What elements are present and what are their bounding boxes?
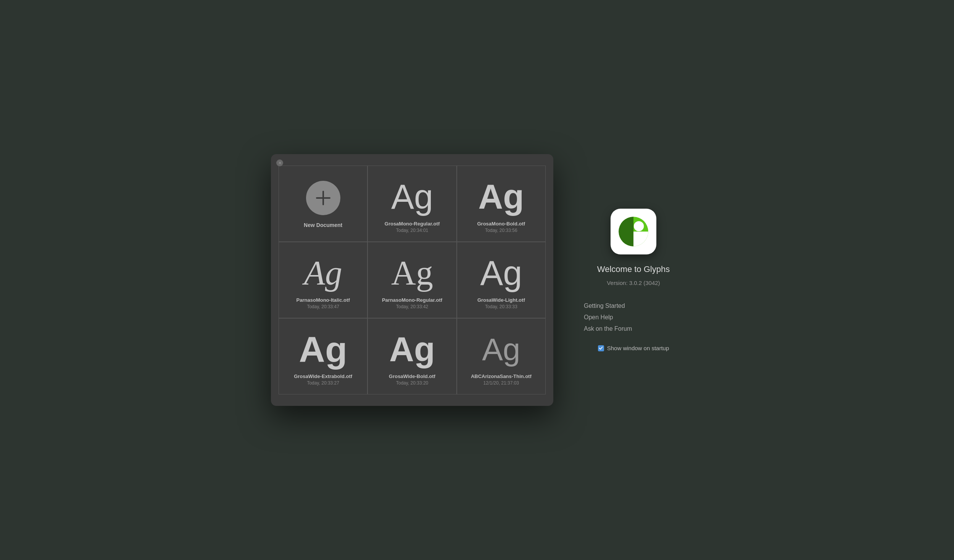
welcome-title: Welcome to Glyphs <box>597 264 670 274</box>
font-preview: Ag <box>283 328 363 370</box>
open-help-link[interactable]: Open Help <box>584 313 683 322</box>
file-date: Today, 20:33:47 <box>307 304 339 309</box>
file-date: Today, 20:33:42 <box>396 304 429 309</box>
file-date: Today, 20:33:20 <box>396 380 429 386</box>
close-icon: ✕ <box>278 161 282 165</box>
file-name: ParnasoMono-Regular.otf <box>382 297 442 303</box>
file-date: 12/1/20, 21:37:03 <box>483 380 519 386</box>
file-date: Today, 20:34:01 <box>396 228 429 233</box>
font-preview: Ag <box>372 328 452 370</box>
file-cell-grosa-mono-bold[interactable]: Ag GrosaMono-Bold.otf Today, 20:33:56 <box>457 166 546 242</box>
info-panel: Welcome to Glyphs Version: 3.0.2 (3042) … <box>584 209 683 351</box>
font-preview: Ag <box>372 252 452 294</box>
file-cell-abc-arizona-thin[interactable]: Ag ABCArizonaSans-Thin.otf 12/1/20, 21:3… <box>457 318 546 394</box>
new-document-label: New Document <box>304 222 342 228</box>
file-cell-grosa-mono-regular[interactable]: Ag GrosaMono-Regular.otf Today, 20:34:01 <box>367 166 456 242</box>
font-preview: Ag <box>461 176 541 218</box>
ask-forum-link[interactable]: Ask on the Forum <box>584 324 683 333</box>
version-text: Version: 3.0.2 (3042) <box>607 280 660 286</box>
show-window-checkbox[interactable] <box>598 345 604 351</box>
font-preview: Ag <box>461 252 541 294</box>
svg-point-8 <box>634 221 644 231</box>
file-cell-parnaso-regular[interactable]: Ag ParnasoMono-Regular.otf Today, 20:33:… <box>367 242 456 318</box>
file-cell-grosa-wide-light[interactable]: Ag GrosaWide-Light.otf Today, 20:33:33 <box>457 242 546 318</box>
file-name: ABCArizonaSans-Thin.otf <box>471 373 532 379</box>
file-name: ParnasoMono-Italic.otf <box>297 297 350 303</box>
file-cell-grosa-wide-bold[interactable]: Ag GrosaWide-Bold.otf Today, 20:33:20 <box>367 318 456 394</box>
new-document-cell[interactable]: New Document <box>279 166 367 242</box>
show-window-checkbox-row[interactable]: Show window on startup <box>598 345 669 351</box>
file-name: GrosaWide-Light.otf <box>477 297 525 303</box>
file-cell-grosa-wide-extrabold[interactable]: Ag GrosaWide-Extrabold.otf Today, 20:33:… <box>279 318 367 394</box>
new-document-icon <box>306 181 340 215</box>
file-name: GrosaMono-Regular.otf <box>385 221 440 227</box>
file-date: Today, 20:33:27 <box>307 380 339 386</box>
welcome-dialog: ✕ New Document Ag GrosaMono-Regular.otf <box>271 154 553 406</box>
desktop: ✕ New Document Ag GrosaMono-Regular.otf <box>0 0 954 560</box>
file-date: Today, 20:33:56 <box>485 228 517 233</box>
file-name: GrosaMono-Bold.otf <box>477 221 525 227</box>
file-name: GrosaWide-Bold.otf <box>389 373 435 379</box>
file-cell-parnaso-italic[interactable]: Ag ParnasoMono-Italic.otf Today, 20:33:4… <box>279 242 367 318</box>
file-date: Today, 20:33:33 <box>485 304 517 309</box>
plus-icon <box>314 188 333 208</box>
close-button[interactable]: ✕ <box>276 159 283 166</box>
font-preview: Ag <box>283 252 363 294</box>
app-icon-glyphs <box>611 209 656 254</box>
file-name: GrosaWide-Extrabold.otf <box>294 373 352 379</box>
checkmark-icon <box>599 346 603 350</box>
links-section: Getting Started Open Help Ask on the For… <box>584 301 683 333</box>
show-window-label: Show window on startup <box>607 345 669 351</box>
recent-files-grid: New Document Ag GrosaMono-Regular.otf To… <box>279 166 546 394</box>
font-preview: Ag <box>461 328 541 370</box>
getting-started-link[interactable]: Getting Started <box>584 301 683 311</box>
font-preview: Ag <box>372 176 452 218</box>
